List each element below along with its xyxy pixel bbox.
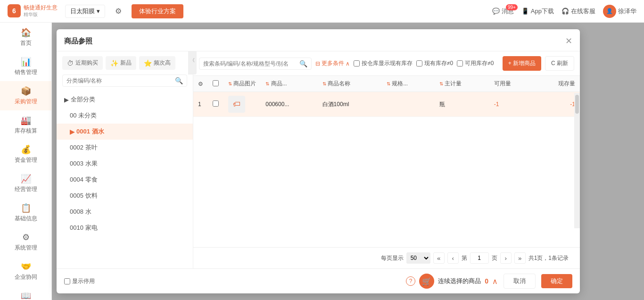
table-row[interactable]: 1 🏷 000600... 白酒100ml 瓶 bbox=[193, 92, 580, 117]
table-header-row: ⚙ ⇅ 商品图片 ⇅ 商品... bbox=[193, 76, 580, 92]
modal-title: 商品参照 bbox=[64, 37, 92, 46]
cat-all[interactable]: ▶ 全部分类 bbox=[57, 92, 193, 108]
sidebar-item-operations[interactable]: 📈 经营管理 bbox=[0, 169, 51, 198]
show-disabled-checkbox[interactable] bbox=[64, 278, 70, 284]
cart-collapse-button[interactable]: ∧ bbox=[492, 277, 498, 286]
available-nonzero-checkbox[interactable] bbox=[457, 60, 463, 67]
col-unit: ⇅ 主计量 bbox=[435, 76, 489, 92]
sidebar-item-system[interactable]: ⚙ 系统管理 bbox=[0, 227, 51, 257]
show-disabled-checkbox-label[interactable]: 显示停用 bbox=[64, 277, 95, 285]
per-page-select[interactable]: 50 100 bbox=[406, 252, 430, 264]
refresh-button[interactable]: C 刷新 bbox=[545, 56, 574, 71]
cat-liquor-label: 0001 酒水 bbox=[76, 127, 104, 136]
sidebar-item-basics[interactable]: 📋 基础信息 bbox=[0, 198, 51, 227]
modal-close-button[interactable]: ✕ bbox=[565, 36, 572, 46]
nonzero-stock-checkbox-label[interactable]: 现有库存≠0 bbox=[416, 59, 453, 67]
sidebar-item-guide[interactable]: 📖 新手引导 bbox=[0, 286, 51, 300]
confirm-button[interactable]: 确定 bbox=[541, 274, 572, 288]
cat-tea[interactable]: 0002 茶叶 bbox=[57, 140, 193, 156]
new-product-tab[interactable]: ✨ 新品 bbox=[106, 56, 136, 70]
cancel-button[interactable]: 取消 bbox=[504, 274, 536, 289]
star-icon: ⭐ bbox=[144, 59, 152, 67]
logo: 6 畅捷通好生意 精华版 bbox=[8, 4, 59, 17]
sidebar-item-collab[interactable]: 🤝 企业协同 bbox=[0, 257, 51, 286]
add-product-button[interactable]: + 新增商品 bbox=[503, 56, 541, 71]
trial-button[interactable]: 体验行业方案 bbox=[132, 4, 183, 18]
category-search-box[interactable]: 🔍 bbox=[62, 75, 187, 87]
cat-fruit-label: 0003 水果 bbox=[70, 159, 98, 168]
messages-button[interactable]: 💬 消息 99+ bbox=[492, 7, 514, 16]
sidebar-item-inventory[interactable]: 🏭 库存核算 bbox=[0, 110, 51, 140]
cat-beverage[interactable]: 0005 饮料 bbox=[57, 188, 193, 204]
help-icon[interactable]: ? bbox=[406, 276, 415, 286]
warehouse-stock-checkbox-label[interactable]: 按仓库显示现有库存 bbox=[354, 59, 413, 67]
cart-icon[interactable]: 🛒 bbox=[419, 274, 434, 289]
cat-beverage-label: 0005 饮料 bbox=[70, 192, 98, 200]
select-all-checkbox[interactable] bbox=[213, 80, 219, 86]
store-dropdown[interactable]: 日太阳膜 ▾ bbox=[65, 5, 105, 18]
cat-snack[interactable]: 0004 零食 bbox=[57, 172, 193, 188]
next-page-button[interactable]: › bbox=[500, 252, 512, 264]
first-page-button[interactable]: « bbox=[433, 252, 445, 264]
category-list: ▶ 全部分类 00 未分类 ▶ 0001 酒水 0002 茶叶 0003 水果 bbox=[57, 92, 193, 264]
product-actions: + 新增商品 C 刷新 bbox=[503, 56, 574, 71]
sidebar-label-operations: 经营管理 bbox=[15, 185, 37, 193]
new-label: 新品 bbox=[120, 59, 132, 67]
category-search-icon[interactable]: 🔍 bbox=[175, 77, 183, 84]
sidebar-item-finance[interactable]: 💰 资金管理 bbox=[0, 140, 51, 169]
col-select bbox=[208, 76, 223, 92]
finance-icon: 💰 bbox=[21, 144, 31, 155]
topbar: 6 畅捷通好生意 精华版 日太阳膜 ▾ ⚙ 体验行业方案 💬 消息 99+ 📱 … bbox=[0, 0, 644, 23]
cat-appliance[interactable]: 0010 家电 bbox=[57, 220, 193, 236]
product-search-input[interactable] bbox=[203, 60, 297, 67]
col-spec: ⇅ 规格... bbox=[382, 76, 435, 92]
nonzero-stock-checkbox[interactable] bbox=[416, 60, 422, 67]
col-code: ⇅ 商品... bbox=[261, 76, 317, 92]
frequent-tab[interactable]: ⭐ 频次高 bbox=[139, 56, 175, 70]
available-nonzero-checkbox-label[interactable]: 可用库存≠0 bbox=[457, 59, 494, 67]
row-checkbox[interactable] bbox=[213, 100, 219, 107]
user-menu[interactable]: 👤 徐泽华 bbox=[603, 5, 636, 18]
panel-collapse-button[interactable]: 《 bbox=[188, 51, 197, 75]
col-settings[interactable]: ⚙ bbox=[193, 76, 208, 92]
inventory-icon: 🏭 bbox=[21, 115, 31, 125]
product-table: ⚙ ⇅ 商品图片 ⇅ 商品... bbox=[193, 76, 580, 247]
sidebar-label-sales: 销售管理 bbox=[15, 68, 37, 76]
table-scrollbar-track[interactable] bbox=[574, 93, 580, 228]
page-label: 第 bbox=[462, 254, 467, 262]
product-thumbnail: 🏷 bbox=[228, 96, 245, 113]
product-search-box[interactable]: 🔍 bbox=[199, 58, 312, 70]
sidebar-item-sales[interactable]: 📊 销售管理 bbox=[0, 52, 51, 81]
recent-purchase-tab[interactable]: ⏱ 近期购买 bbox=[62, 56, 103, 70]
prev-page-button[interactable]: ‹ bbox=[447, 252, 459, 264]
cell-checkbox[interactable] bbox=[208, 92, 223, 117]
category-search-input[interactable] bbox=[66, 77, 173, 84]
system-icon: ⚙ bbox=[22, 232, 30, 242]
purchase-icon: 📦 bbox=[21, 86, 31, 96]
cat-liquor[interactable]: ▶ 0001 酒水 bbox=[57, 124, 193, 140]
logo-text: 畅捷通好生意 bbox=[24, 4, 58, 11]
cell-name: 白酒100ml bbox=[318, 92, 382, 117]
last-page-button[interactable]: » bbox=[514, 252, 526, 264]
online-service-button[interactable]: 🎧 在线客服 bbox=[561, 7, 595, 16]
sidebar-item-purchase[interactable]: 📦 采购管理 bbox=[0, 81, 51, 110]
sidebar-label-basics: 基础信息 bbox=[15, 215, 37, 223]
cat-water[interactable]: 0008 水 bbox=[57, 204, 193, 220]
cat-uncategorized[interactable]: 00 未分类 bbox=[57, 108, 193, 124]
product-search-icon[interactable]: 🔍 bbox=[299, 60, 307, 67]
settings-icon[interactable]: ⚙ bbox=[111, 4, 126, 19]
sidebar-label-inventory: 库存核算 bbox=[15, 127, 37, 135]
sidebar-item-home[interactable]: 🏠 首页 bbox=[0, 23, 51, 52]
cat-fruit[interactable]: 0003 水果 bbox=[57, 156, 193, 172]
col-stock: 现存量 bbox=[535, 76, 580, 92]
col-image: ⇅ 商品图片 bbox=[223, 76, 261, 92]
operations-icon: 📈 bbox=[21, 174, 31, 184]
sort-code-icon: ⇅ bbox=[265, 81, 269, 86]
warehouse-stock-checkbox[interactable] bbox=[354, 60, 360, 67]
sort-spec-icon: ⇅ bbox=[387, 81, 390, 86]
app-download-button[interactable]: 📱 App下载 bbox=[521, 7, 554, 16]
sort-img-icon: ⇅ bbox=[228, 81, 232, 86]
more-filter-button[interactable]: ⊟ 更多条件 ∧ bbox=[315, 59, 350, 67]
modal-footer: 显示停用 ? 🛒 连续选择的商品 0 ∧ 取消 确定 bbox=[57, 268, 580, 293]
page-number-input[interactable] bbox=[470, 252, 489, 264]
